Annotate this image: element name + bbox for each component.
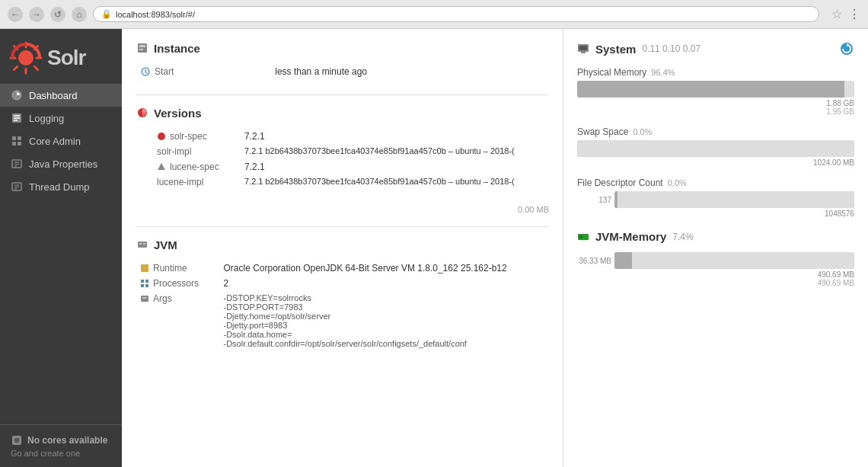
jvm-title-text: JVM	[154, 238, 177, 251]
svg-rect-15	[18, 136, 21, 140]
instance-section-title: Instance	[136, 41, 549, 55]
svg-rect-29	[139, 45, 145, 47]
solr-logo-icon	[9, 41, 43, 75]
file-descriptor-label: File Descriptor Count	[577, 178, 663, 188]
physical-memory-val2: 1.95 GB	[826, 107, 854, 116]
main-content: Instance Start less than a minute ago	[122, 29, 868, 467]
svg-rect-42	[145, 280, 148, 283]
sidebar: Solr Dashboard Logging Core Admin	[0, 29, 122, 467]
jvm-label-2: Args	[153, 293, 172, 304]
start-icon	[140, 66, 151, 77]
sidebar-item-java-properties[interactable]: Java Properties	[0, 152, 122, 175]
svg-rect-41	[141, 280, 144, 283]
physical-memory-pct: 96.4%	[651, 68, 675, 77]
sidebar-label-core-admin: Core Admin	[29, 136, 81, 147]
jvm-memory-section: JVM-Memory 7.4% 36.33 MB 490.69 MB 490.6…	[577, 230, 854, 287]
swap-space-pct: 0.0%	[633, 127, 652, 136]
versions-row-0: solr-spec 7.2.1	[136, 129, 549, 144]
svg-line-33	[145, 72, 148, 74]
system-title: System 0.11 0.10 0.07	[577, 43, 700, 56]
physical-memory-val1: 1.88 GB	[826, 99, 854, 107]
svg-point-0	[18, 50, 34, 66]
versions-section-title: Versions	[136, 106, 549, 120]
jvm-value-1: 2	[219, 276, 549, 291]
physical-memory-labels: 1.88 GB 1.95 GB	[577, 99, 854, 116]
instance-title-text: Instance	[154, 42, 200, 55]
refresh-system-icon[interactable]	[839, 41, 854, 56]
versions-value-3: 7.2.1 b2b6438b37073bee1fca40374e85bf91aa…	[240, 174, 549, 190]
svg-rect-40	[141, 264, 148, 272]
sidebar-label-logging: Logging	[29, 113, 64, 124]
menu-icon[interactable]: ⋮	[848, 7, 860, 21]
instance-table: Start less than a minute ago	[136, 64, 549, 79]
jvm-memory-left: 36.33 MB	[577, 257, 611, 265]
core-admin-icon	[11, 135, 23, 147]
sidebar-label-dashboard: Dashboard	[29, 90, 78, 101]
versions-value-1: 7.2.1 b2b6438b37073bee1fca40374e85bf91aa…	[240, 144, 549, 159]
instance-icon	[136, 41, 149, 55]
versions-icon	[136, 106, 149, 120]
refresh-button[interactable]: ↺	[50, 7, 65, 22]
address-bar[interactable]: 🔒 localhost:8983/solr/#/	[93, 6, 819, 22]
svg-rect-16	[12, 142, 16, 146]
sidebar-nav: Dashboard Logging Core Admin Java Proper…	[0, 84, 122, 424]
jvm-value-0: Oracle Corporation OpenJDK 64-Bit Server…	[219, 261, 549, 276]
sidebar-item-thread-dump[interactable]: Thread Dump	[0, 175, 122, 198]
logo-text: Solr	[47, 46, 85, 70]
svg-rect-48	[579, 46, 587, 50]
url-text: localhost:8983/solr/#/	[116, 10, 195, 19]
thread-dump-icon	[11, 181, 23, 193]
sidebar-item-logging[interactable]: Logging	[0, 107, 122, 130]
no-cores-label: No cores available	[27, 435, 107, 446]
svg-rect-43	[141, 284, 144, 287]
versions-row-2: lucene-spec 7.2.1	[136, 159, 549, 174]
app-layout: Solr Dashboard Logging Core Admin	[0, 29, 868, 467]
svg-marker-36	[158, 163, 165, 170]
physical-memory-bar	[577, 81, 854, 98]
svg-rect-44	[145, 284, 148, 287]
versions-title-text: Versions	[154, 107, 202, 120]
versions-label-2: lucene-spec	[170, 162, 219, 172]
svg-rect-14	[12, 136, 16, 140]
jvm-memory-title-text: JVM-Memory	[595, 230, 666, 243]
system-header: System 0.11 0.10 0.07	[577, 41, 854, 56]
jvm-table: Runtime Oracle Corporation OpenJDK 64-Bi…	[136, 261, 549, 350]
versions-label-3: lucene-impl	[157, 177, 203, 187]
svg-point-35	[158, 133, 165, 140]
svg-rect-39	[143, 243, 145, 245]
file-descriptor-block: File Descriptor Count 0.0% 137 1048576	[577, 178, 854, 218]
svg-line-6	[34, 66, 37, 69]
versions-value-2: 7.2.1	[240, 159, 549, 174]
file-descriptor-right: 1048576	[825, 210, 854, 218]
svg-line-8	[14, 66, 18, 69]
file-descriptor-pct: 0.0%	[668, 178, 687, 187]
sidebar-item-dashboard[interactable]: Dashboard	[0, 84, 122, 107]
start-label: Start	[155, 66, 174, 77]
versions-label-0: solr-spec	[170, 131, 207, 142]
instance-start-row: Start less than a minute ago	[136, 64, 549, 79]
back-button[interactable]: ←	[8, 7, 23, 22]
physical-memory-label: Physical Memory	[577, 67, 646, 78]
svg-rect-17	[18, 142, 21, 146]
jvm-label-0: Runtime	[153, 263, 187, 273]
args-icon	[140, 294, 149, 303]
create-core-link[interactable]: Go and create one	[11, 449, 111, 458]
forward-button[interactable]: →	[29, 7, 44, 22]
bookmark-icon[interactable]: ☆	[831, 7, 842, 21]
home-button[interactable]: ⌂	[72, 7, 87, 22]
file-descriptor-bar	[614, 191, 854, 208]
logo: Solr	[0, 29, 122, 84]
system-title-text: System	[595, 43, 636, 56]
svg-rect-38	[139, 243, 142, 245]
solr-spec-icon	[157, 132, 166, 141]
file-descriptor-fill	[614, 191, 617, 208]
start-value: less than a minute ago	[270, 64, 549, 79]
logging-icon	[11, 112, 23, 124]
svg-rect-53	[579, 235, 582, 238]
sidebar-item-core-admin[interactable]: Core Admin	[0, 130, 122, 152]
java-properties-icon	[11, 158, 23, 170]
jvm-row-1: Processors 2	[136, 276, 549, 291]
svg-rect-45	[141, 296, 148, 302]
jvm-row-0: Runtime Oracle Corporation OpenJDK 64-Bi…	[136, 261, 549, 276]
jvm-memory-val1: 490.69 MB	[577, 270, 854, 279]
